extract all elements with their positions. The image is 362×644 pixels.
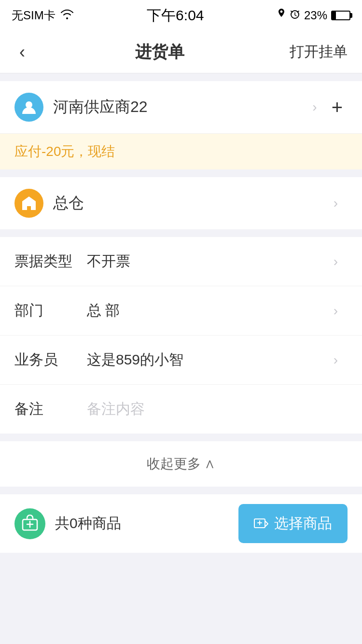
page-title: 进货单 [135,41,184,63]
form-section: 票据类型 不开票 › 部门 总 部 › 业务员 这是859的小智 › 备注 备注… [0,237,362,434]
back-button[interactable]: ‹ [14,37,30,67]
battery-icon [331,11,350,20]
product-count-label: 共0种商品 [55,514,229,533]
collapse-button[interactable]: 收起更多 ∧ [0,441,362,487]
alarm-icon [290,9,300,22]
status-bar: 无SIM卡 下午6:04 23% [0,0,362,31]
salesman-label: 业务员 [14,350,77,370]
remark-row[interactable]: 备注 备注内容 [0,385,362,434]
invoice-value: 不开票 [77,252,334,271]
supplier-row[interactable]: 河南供应商22 › + [0,81,362,134]
supplier-card: 河南供应商22 › + 应付-20元，现结 [0,81,362,169]
status-time: 下午6:04 [147,6,204,26]
warehouse-row[interactable]: 总仓 › [0,177,362,229]
wifi-icon [60,9,74,22]
dept-chevron-icon: › [334,303,338,319]
supplier-chevron-icon: › [312,99,317,115]
salesman-row[interactable]: 业务员 这是859的小智 › [0,336,362,385]
open-pending-button[interactable]: 打开挂单 [290,42,348,62]
product-icon [14,508,45,539]
svg-point-1 [26,101,32,108]
status-left: 无SIM卡 [12,8,74,23]
supplier-name: 河南供应商22 [53,97,312,118]
invoice-row[interactable]: 票据类型 不开票 › [0,237,362,286]
select-product-label: 选择商品 [274,514,332,533]
supplier-notice: 应付-20元，现结 [0,134,362,169]
supplier-avatar [14,93,43,122]
location-icon [277,9,286,22]
collapse-label: 收起更多 ∧ [147,455,216,473]
remark-input[interactable]: 备注内容 [77,399,348,419]
nav-bar: ‹ 进货单 打开挂单 [0,31,362,73]
section-gap-2 [0,169,362,177]
remark-label: 备注 [14,399,77,419]
warehouse-name: 总仓 [53,193,334,214]
warehouse-icon [14,189,43,218]
salesman-value: 这是859的小智 [77,350,334,370]
select-product-button[interactable]: 选择商品 [238,504,348,543]
dept-label: 部门 [14,301,77,321]
battery-percentage: 23% [304,9,327,22]
salesman-chevron-icon: › [334,352,338,368]
warehouse-chevron-icon: › [334,196,338,211]
section-gap-1 [0,73,362,81]
invoice-chevron-icon: › [334,254,338,269]
status-right: 23% [277,9,350,22]
dept-row[interactable]: 部门 总 部 › [0,286,362,336]
warehouse-card: 总仓 › [0,177,362,229]
add-supplier-button[interactable]: + [327,97,348,118]
invoice-label: 票据类型 [14,252,77,271]
bottom-bar: 共0种商品 选择商品 [0,494,362,553]
dept-value: 总 部 [77,301,334,321]
page-background [0,553,362,644]
carrier-label: 无SIM卡 [12,8,56,23]
